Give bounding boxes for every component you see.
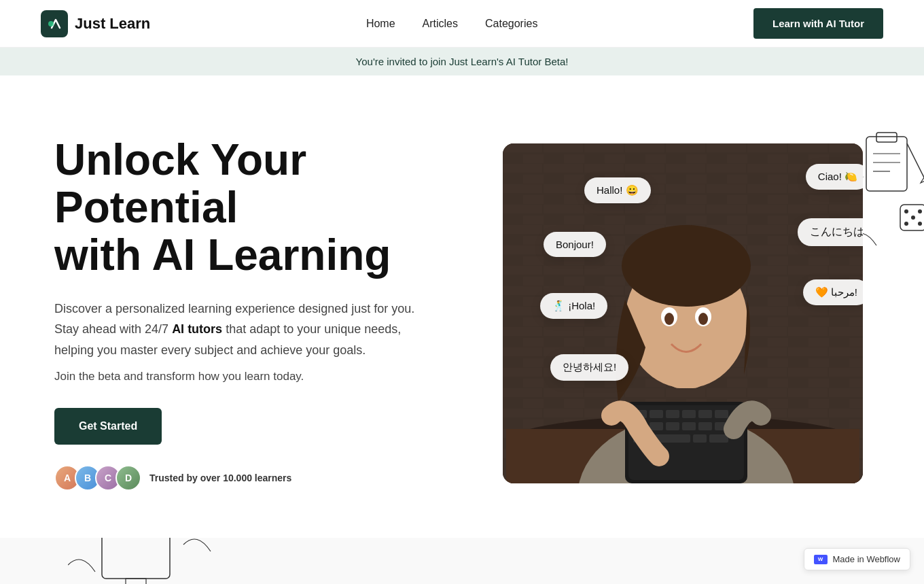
svg-rect-32 — [650, 410, 663, 418]
bubble-hola: 🕺 ¡Hola! — [540, 293, 607, 319]
bubble-marhaba: 🧡 مرحبا! — [803, 279, 863, 305]
navbar: Just Learn Home Articles Categories Lear… — [0, 0, 924, 48]
bottom-section — [0, 538, 924, 584]
svg-rect-45 — [693, 434, 707, 443]
nav-articles[interactable]: Articles — [423, 18, 458, 30]
bubble-ciao: Ciao! 🍋 — [806, 164, 863, 190]
nav-links: Home Articles Categories — [366, 18, 538, 30]
svg-rect-39 — [666, 422, 679, 430]
svg-point-24 — [622, 225, 751, 307]
webflow-logo-icon: W — [814, 555, 828, 564]
hero-image: Hallo! 😀 Ciao! 🍋 Bonjour! こんにちは 🕺 ¡Hola!… — [503, 143, 863, 483]
svg-rect-2 — [876, 133, 897, 142]
svg-rect-36 — [715, 410, 728, 418]
hero-section: Unlock Your Potential with AI Learning D… — [0, 75, 924, 538]
svg-rect-41 — [698, 422, 712, 430]
svg-rect-8 — [900, 205, 924, 230]
logo-icon — [41, 10, 68, 37]
nav-home[interactable]: Home — [366, 18, 395, 30]
hero-right: ✦ — [503, 143, 883, 483]
svg-rect-48 — [126, 579, 146, 584]
svg-point-10 — [918, 209, 922, 213]
svg-point-12 — [904, 222, 908, 226]
banner-text: You're invited to join Just Learn's AI T… — [356, 56, 569, 67]
svg-point-11 — [911, 216, 915, 220]
hero-left: Unlock Your Potential with AI Learning D… — [54, 136, 435, 492]
logo[interactable]: Just Learn — [41, 10, 150, 37]
bubble-annyeong: 안녕하세요! — [550, 354, 628, 381]
svg-point-9 — [904, 209, 908, 213]
svg-point-27 — [664, 313, 674, 325]
svg-rect-47 — [102, 538, 170, 579]
svg-point-13 — [918, 222, 922, 226]
get-started-button[interactable]: Get Started — [54, 408, 162, 445]
bubble-konnichiwa: こんにちは — [798, 218, 863, 246]
webflow-label: Made in Webflow — [833, 554, 900, 564]
nav-categories[interactable]: Categories — [485, 18, 537, 30]
nav-cta-button[interactable]: Learn with AI Tutor — [753, 8, 883, 39]
trusted-text: Trusted by over 10.000 learners — [149, 473, 291, 483]
hero-sub-text: Join the beta and transform how you lear… — [54, 370, 435, 383]
trusted-row: A B C D Trusted by over 10.000 learners — [54, 465, 435, 491]
bubble-bonjour: Bonjour! — [544, 232, 606, 257]
bubble-hallo: Hallo! 😀 — [584, 177, 651, 203]
svg-rect-40 — [682, 422, 696, 430]
svg-rect-38 — [650, 422, 663, 430]
svg-rect-33 — [666, 410, 679, 418]
svg-point-0 — [48, 21, 54, 27]
svg-rect-1 — [866, 137, 907, 191]
svg-rect-34 — [682, 410, 696, 418]
svg-rect-46 — [709, 434, 728, 443]
bottom-doodle — [68, 538, 217, 584]
announcement-banner: You're invited to join Just Learn's AI T… — [0, 48, 924, 75]
avatar-stack: A B C D — [54, 465, 141, 491]
logo-text: Just Learn — [75, 15, 150, 33]
svg-rect-35 — [698, 410, 712, 418]
avatar-4: D — [116, 465, 141, 491]
hero-title: Unlock Your Potential with AI Learning — [54, 136, 435, 279]
svg-point-28 — [698, 313, 708, 325]
webflow-badge[interactable]: W Made in Webflow — [804, 548, 910, 570]
svg-line-6 — [907, 143, 924, 177]
hero-description: Discover a personalized learning experie… — [54, 298, 435, 361]
